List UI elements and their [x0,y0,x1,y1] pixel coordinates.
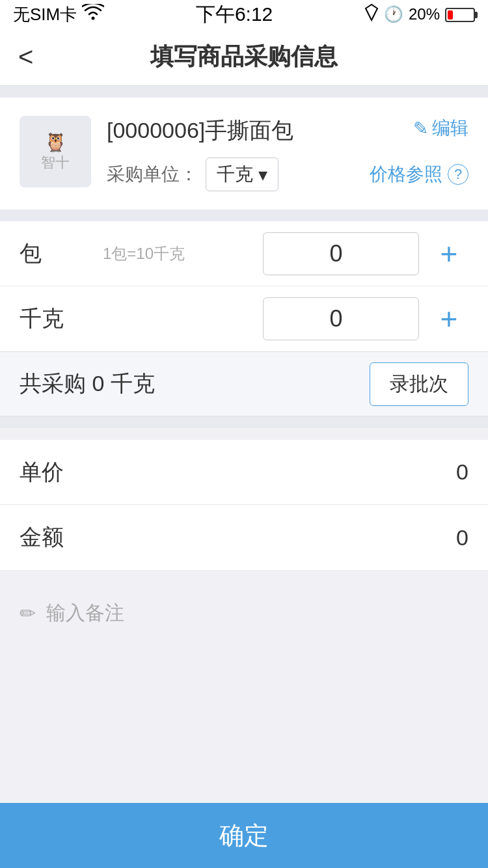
remark-placeholder-text: 输入备注 [46,600,124,627]
price-ref-label: 价格参照 [370,162,442,187]
status-right: 🕐 20% [364,3,475,25]
top-divider [0,86,488,98]
status-left: 无SIM卡 [13,3,104,26]
price-section: 单价 0 金额 0 [0,440,488,570]
bao-sub-label: 1包=10千克 [103,243,185,264]
bao-plus-button[interactable]: + [429,234,468,273]
product-name: [0000006]手撕面包 [107,116,293,146]
amount-label: 金额 [20,522,64,552]
quantity-section: 包 1包=10千克 + 千克 + [0,221,488,351]
unit-price-label: 单价 [20,457,64,487]
wifi-icon [82,4,104,25]
unit-label-text: 采购单位： [107,162,198,187]
price-reference-button[interactable]: 价格参照 ? [370,162,468,187]
nav-bar: < 填写商品采购信息 [0,29,488,86]
pencil-icon: ✏ [20,602,36,625]
remark-input-row[interactable]: ✏ 输入备注 [20,600,468,627]
battery-percent: 20% [409,5,440,23]
carrier-text: 无SIM卡 [13,3,77,26]
summary-row: 共采购 0 千克 录批次 [0,351,488,416]
product-thumbnail: 🦉 智十 [20,116,91,187]
battery-icon [445,5,475,23]
kg-label: 千克 [20,304,98,334]
amount-value: 0 [456,525,468,550]
unit-value: 千克 [217,162,253,187]
question-icon: ? [448,164,468,185]
edit-label: 编辑 [432,116,468,141]
edit-button[interactable]: ✎ 编辑 [413,116,468,141]
edit-icon: ✎ [413,118,428,139]
status-time: 下午6:12 [196,1,273,28]
kg-plus-button[interactable]: + [429,299,468,338]
confirm-button[interactable]: 确定 [0,803,488,868]
back-button[interactable]: < [18,42,33,72]
svg-point-0 [92,16,95,20]
mid-divider-1 [0,210,488,221]
kg-input-row: 千克 + [0,286,488,351]
batch-record-button[interactable]: 录批次 [370,362,468,406]
bao-label: 包 [20,239,98,269]
alarm-icon: 🕐 [384,5,403,23]
kg-quantity-input[interactable] [263,297,419,340]
page-title: 填写商品采购信息 [150,41,338,73]
total-purchase-text: 共采购 0 千克 [20,369,155,399]
status-bar: 无SIM卡 下午6:12 🕐 20% [0,0,488,29]
location-icon [364,3,379,25]
remark-section: ✏ 输入备注 [0,582,488,751]
product-info: [0000006]手撕面包 ✎ 编辑 采购单位： 千克 ▾ 价格参照 ? [107,116,468,191]
mid-divider-2 [0,416,488,428]
confirm-button-label: 确定 [219,819,269,852]
bao-input-row: 包 1包=10千克 + [0,221,488,286]
amount-row: 金额 0 [0,505,488,570]
bao-quantity-input[interactable] [263,232,419,275]
unit-dropdown[interactable]: 千克 ▾ [206,157,278,191]
product-card: 🦉 智十 [0000006]手撕面包 ✎ 编辑 采购单位： 千克 ▾ 价格参照 … [0,98,488,210]
unit-price-row: 单价 0 [0,440,488,505]
unit-price-value: 0 [456,459,468,485]
chevron-down-icon: ▾ [258,164,267,185]
